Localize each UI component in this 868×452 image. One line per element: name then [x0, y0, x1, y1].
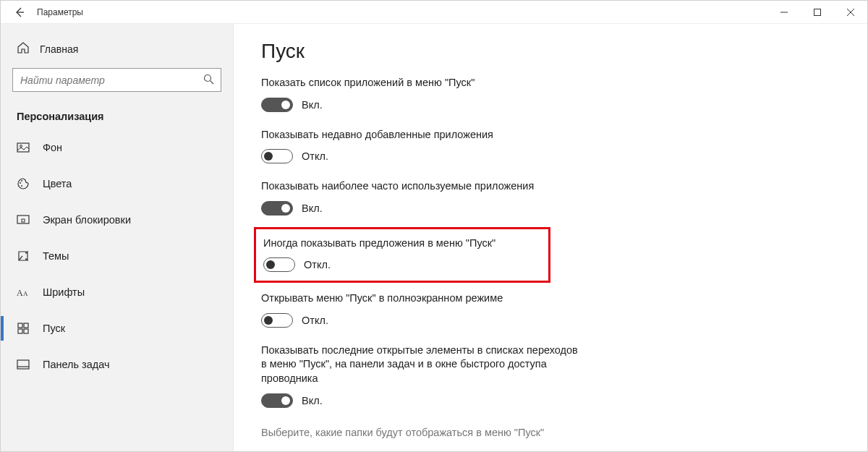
- sidebar-item-label: Шрифты: [43, 286, 85, 298]
- toggle-switch[interactable]: [261, 313, 293, 328]
- sidebar-home[interactable]: Главная: [1, 34, 233, 64]
- toggle-switch[interactable]: [261, 149, 293, 163]
- svg-rect-16: [18, 323, 22, 328]
- back-button[interactable]: [5, 1, 34, 24]
- toggle-state-text: Откл.: [304, 259, 331, 270]
- svg-rect-18: [18, 329, 22, 333]
- toggle-state-text: Откл.: [302, 150, 328, 162]
- svg-point-8: [20, 145, 22, 148]
- themes-icon: [17, 250, 30, 263]
- toggle-switch[interactable]: [261, 201, 293, 216]
- close-icon: [847, 9, 854, 16]
- sidebar-item-label: Экран блокировки: [43, 214, 131, 226]
- svg-rect-20: [17, 360, 29, 369]
- fonts-icon: AA: [17, 286, 30, 299]
- svg-point-9: [20, 182, 21, 184]
- maximize-icon: [814, 9, 821, 16]
- setting-row: Иногда показывать предложения в меню "Пу…: [254, 227, 550, 283]
- svg-rect-13: [22, 219, 25, 222]
- titlebar: Параметры: [1, 1, 867, 24]
- setting-label: Показывать наиболее часто используемые п…: [261, 179, 579, 194]
- maximize-button[interactable]: [801, 1, 834, 24]
- window-title: Параметры: [37, 7, 83, 17]
- window-controls: [767, 1, 867, 24]
- search-icon: [203, 74, 214, 87]
- setting-label: Показать список приложений в меню "Пуск": [261, 76, 579, 90]
- svg-text:A: A: [23, 290, 28, 297]
- sidebar-section-header: Персонализация: [1, 102, 233, 132]
- toggle-state-text: Вкл.: [302, 202, 323, 214]
- sidebar-item-background[interactable]: Фон: [1, 132, 233, 163]
- sidebar-item-label: Пуск: [43, 323, 65, 334]
- sidebar-item-lockscreen[interactable]: Экран блокировки: [1, 205, 233, 235]
- lockscreen-icon: [17, 213, 30, 226]
- arrow-left-icon: [14, 7, 25, 18]
- sidebar-item-label: Цвета: [43, 178, 72, 189]
- svg-point-10: [21, 180, 22, 182]
- sidebar-item-taskbar[interactable]: Панель задач: [1, 349, 233, 380]
- svg-point-11: [21, 185, 22, 187]
- close-button[interactable]: [834, 1, 867, 24]
- sidebar: Главная Персонализация Фон Цвета Экран б…: [1, 24, 234, 451]
- svg-rect-2: [814, 9, 821, 15]
- sidebar-item-start[interactable]: Пуск: [1, 313, 233, 344]
- folders-link[interactable]: Выберите, какие папки будут отображаться…: [261, 417, 840, 438]
- svg-rect-17: [24, 323, 28, 328]
- svg-point-5: [205, 74, 211, 81]
- toggle-state-text: Вкл.: [302, 395, 323, 406]
- toggle-switch[interactable]: [261, 393, 293, 408]
- setting-label: Открывать меню "Пуск" в полноэкранном ре…: [261, 291, 579, 306]
- sidebar-item-colors[interactable]: Цвета: [1, 169, 233, 199]
- setting-label: Показывать недавно добавленные приложени…: [261, 128, 579, 142]
- sidebar-item-label: Темы: [43, 250, 69, 262]
- sidebar-item-fonts[interactable]: AA Шрифты: [1, 277, 233, 307]
- svg-text:A: A: [17, 288, 23, 298]
- home-icon: [17, 41, 30, 56]
- sidebar-item-label: Фон: [43, 142, 62, 153]
- svg-line-6: [210, 80, 214, 84]
- palette-icon: [17, 177, 30, 190]
- sidebar-home-label: Главная: [40, 43, 78, 55]
- toggle-state-text: Откл.: [302, 315, 328, 326]
- setting-row: Открывать меню "Пуск" в полноэкранном ре…: [261, 284, 579, 336]
- setting-row: Показывать последние открытые элементы в…: [261, 336, 579, 417]
- svg-rect-19: [24, 329, 28, 333]
- sidebar-item-label: Панель задач: [43, 359, 110, 370]
- toggle-switch[interactable]: [263, 257, 295, 272]
- search-input[interactable]: [12, 68, 221, 92]
- minimize-icon: [780, 9, 788, 16]
- minimize-button[interactable]: [767, 1, 801, 24]
- setting-label: Иногда показывать предложения в меню "Пу…: [263, 236, 538, 251]
- start-icon: [17, 322, 30, 335]
- setting-row: Показывать наиболее часто используемые п…: [261, 172, 579, 224]
- content-pane: Пуск Показать список приложений в меню "…: [234, 24, 867, 451]
- sidebar-item-themes[interactable]: Темы: [1, 241, 233, 271]
- toggle-switch[interactable]: [261, 98, 293, 112]
- picture-icon: [17, 141, 30, 154]
- setting-row: Показывать недавно добавленные приложени…: [261, 121, 579, 173]
- setting-row: Показать список приложений в меню "Пуск"…: [261, 69, 579, 121]
- page-title: Пуск: [261, 40, 840, 63]
- taskbar-icon: [17, 358, 30, 371]
- setting-label: Показывать последние открытые элементы в…: [261, 344, 579, 386]
- toggle-state-text: Вкл.: [302, 99, 323, 111]
